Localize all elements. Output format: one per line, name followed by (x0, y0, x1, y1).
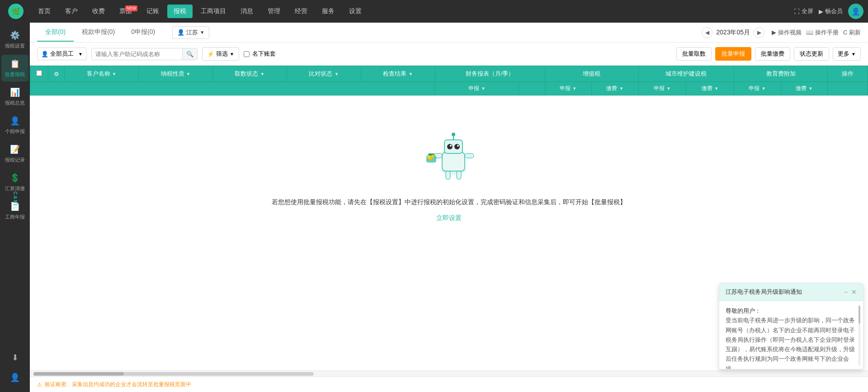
current-month: 2023年05月 (716, 29, 750, 37)
svg-point-19 (429, 158, 432, 160)
th-actions: 操作 (828, 66, 868, 82)
nav-item-billing[interactable]: 收费 (86, 5, 111, 18)
scrollbar-thumb[interactable] (33, 372, 124, 376)
tab-zero-declaration[interactable]: 0申报(0) (123, 24, 163, 42)
chevron-down-icon: ▼ (78, 52, 83, 57)
sidebar-item-download[interactable]: ⬇ (1, 349, 28, 367)
sidebar-item-tax-summary[interactable]: 📊 报税总览 (1, 83, 28, 110)
employee-dropdown[interactable]: 👤 全部员工 ▼ (37, 48, 87, 60)
sidebar-item-batch-tax[interactable]: 📋 批量报税 (1, 55, 28, 81)
filter-icon[interactable]: ▼ (619, 86, 623, 91)
nav-item-business[interactable]: 工商项目 (194, 5, 232, 18)
th-check-result: 检查结果▼ (361, 66, 435, 82)
nav-item-message[interactable]: 消息 (234, 5, 259, 18)
notification-minimize[interactable]: − (844, 288, 848, 296)
refresh-button[interactable]: C 刷新 (843, 29, 861, 37)
operation-manual-button[interactable]: 📖 操作手册 (806, 29, 839, 37)
batch-tax-icon: 📋 (9, 58, 20, 69)
tabs-bar: 全部(0) 税款申报(0) 0申报(0) 👤 江苏 ▼ ◀ 2023年05月 (30, 23, 868, 43)
sidebar-item-label: 工商年报 (5, 214, 25, 220)
filter-icon[interactable]: ▼ (481, 86, 486, 91)
th-vat-pay: 缴费▼ (592, 82, 639, 96)
notif-scrollbar-thumb[interactable] (859, 306, 860, 324)
th-edu-tax: 教育费附加 (734, 66, 828, 82)
notification-close[interactable]: ✕ (851, 288, 857, 296)
search-input[interactable] (92, 48, 182, 60)
filter-icon[interactable]: ▼ (761, 86, 766, 91)
filter-button[interactable]: ⚡ 筛选 ▼ (202, 47, 239, 61)
th-client-name: 客户名称▼ (65, 66, 139, 82)
region-dropdown[interactable]: 👤 江苏 ▼ (172, 26, 209, 39)
table-body: 若您想使用批量报税功能，请先在【报税设置】中进行报税的初始化设置，完成密码验证和… (30, 96, 868, 250)
tax-summary-icon: 📊 (9, 87, 20, 98)
nav-item-service[interactable]: 服务 (316, 5, 341, 18)
checkbox-all-accounts[interactable]: 名下账套 (244, 50, 276, 58)
operation-video-button[interactable]: ▶ 操作视频 (772, 29, 802, 37)
sidebar-item-label: 报税记录 (5, 157, 25, 163)
sidebar-item-user-profile[interactable]: 👤 (1, 368, 28, 387)
scrollbar-track[interactable] (33, 372, 314, 376)
empty-state-cell: 若您想使用批量报税功能，请先在【报税设置】中进行报税的初始化设置，完成密码验证和… (30, 96, 868, 250)
nav-item-operation[interactable]: 经营 (288, 5, 314, 18)
svg-point-5 (447, 144, 453, 149)
filter-icon[interactable]: ▼ (112, 72, 117, 76)
nav-item-manage[interactable]: 管理 (261, 5, 287, 18)
batch-fetch-button[interactable]: 批量取数 (676, 47, 712, 61)
svg-rect-14 (457, 171, 461, 179)
user-profile-icon: 👤 (9, 372, 20, 383)
more-button[interactable]: 更多 ▼ (833, 47, 861, 61)
nav-item-invoice[interactable]: 票据 NEW (113, 5, 138, 18)
th-tax-nature: 纳税性质▼ (138, 66, 212, 82)
vip-button[interactable]: ▶ 畅会员 (819, 7, 843, 15)
tab-all[interactable]: 全部(0) (37, 24, 74, 42)
sidebar-item-personal-tax[interactable]: 👤 个税申报 (1, 112, 28, 139)
sidebar-item-tax-records[interactable]: 📝 报税记录 (1, 140, 28, 167)
nav-item-accounting[interactable]: 记账 (140, 5, 165, 18)
accounts-checkbox[interactable] (244, 51, 250, 57)
data-table: ⚙ 客户名称▼ 纳税性质▼ 取数状态▼ 比对状态▼ (30, 66, 868, 249)
download-icon: ⬇ (9, 352, 20, 363)
filter-icon[interactable]: ▼ (408, 72, 413, 76)
svg-rect-13 (446, 171, 450, 179)
settings-icon[interactable]: ⚙ (54, 71, 59, 77)
nav-item-settings[interactable]: 设置 (343, 5, 368, 18)
th-actions-sub (828, 82, 868, 96)
sidebar-item-tax-settings[interactable]: ⚙️ 报税设置 (1, 26, 28, 53)
table-sub-header-row: 申报▼ 申报▼ 缴费▼ 申报▼ 缴费▼ (30, 82, 868, 96)
select-all-checkbox[interactable] (36, 70, 42, 76)
tab-tax-declaration[interactable]: 税款申报(0) (74, 24, 123, 42)
svg-point-6 (454, 144, 460, 149)
filter-icon[interactable]: ▼ (808, 86, 813, 91)
filter-icon[interactable]: ▼ (186, 72, 191, 76)
batch-declare-button[interactable]: 批量申报 (715, 47, 751, 61)
batch-pay-button[interactable]: 批量缴费 (755, 47, 790, 61)
region-selector: 👤 江苏 ▼ (172, 26, 209, 39)
nav-item-customer[interactable]: 客户 (59, 5, 84, 18)
th-checkbox (30, 66, 48, 82)
setup-link[interactable]: 立即设置 (436, 214, 462, 222)
filter-icon[interactable]: ▼ (666, 86, 671, 91)
th-edu-pay: 缴费▼ (781, 82, 828, 96)
next-month-button[interactable]: ▶ (754, 27, 764, 38)
status-update-button[interactable]: 状态更新 (794, 47, 829, 61)
tax-settings-icon: ⚙️ (9, 30, 20, 41)
fullscreen-button[interactable]: ⛶ 全屏 (794, 7, 813, 15)
user-avatar[interactable]: 👤 (848, 4, 863, 19)
chevron-down-icon: ▼ (200, 30, 204, 35)
sidebar-bottom: ⬇ 👤 (1, 349, 28, 392)
bottom-warning-bar: ⚠ 验证账密、采集信息均成功的企业才会流转至批量报税页面中 (30, 377, 868, 392)
th-compare-status: 比对状态▼ (287, 66, 361, 82)
search-button[interactable]: 🔍 (182, 48, 197, 60)
notification-panel: 江苏电子税务局升级影响通知 − ✕ 尊敬的用户： 受当前电子税务局进一步升级的影… (719, 283, 863, 369)
prev-month-button[interactable]: ◀ (702, 27, 712, 38)
th-financial-report: 财务报表（月/季） (435, 66, 545, 82)
filter-icon[interactable]: ▼ (334, 72, 339, 76)
nav-item-tax[interactable]: 报税 (167, 5, 193, 18)
filter-icon[interactable]: ▼ (714, 86, 719, 91)
warning-icon: ⚠ (37, 382, 42, 388)
filter-icon[interactable]: ▼ (260, 72, 264, 76)
filter-icon[interactable]: ▼ (572, 86, 577, 91)
nav-item-home[interactable]: 首页 (32, 5, 57, 18)
horizontal-scrollbar[interactable] (30, 370, 868, 377)
th-financial-empty (519, 82, 545, 96)
